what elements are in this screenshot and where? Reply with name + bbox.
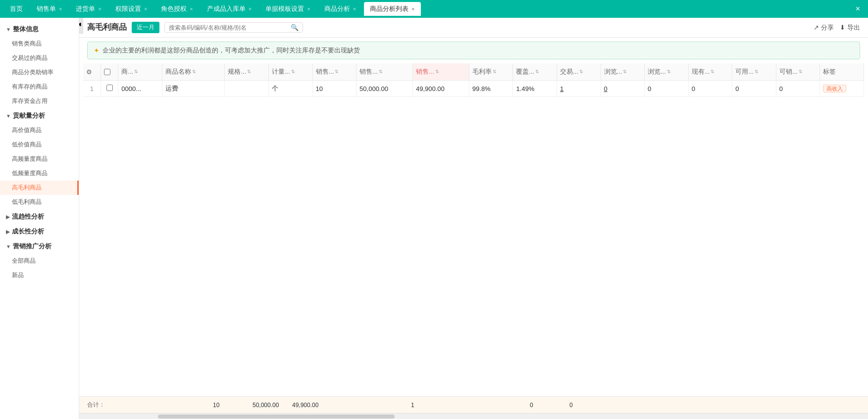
tab-sales-order[interactable]: 销售单 × bbox=[31, 2, 68, 16]
browse1-link[interactable]: 0 bbox=[604, 85, 608, 93]
sort-icon-sales-cost: ⇅ bbox=[435, 69, 439, 74]
col-unit[interactable]: 计量...⇅ bbox=[268, 63, 312, 81]
scrollbar-thumb[interactable] bbox=[158, 415, 395, 419]
col-stock-sale[interactable]: 可销...⇅ bbox=[776, 63, 820, 81]
col-browse2[interactable]: 浏览...⇅ bbox=[645, 63, 689, 81]
footer-stock-actual: 0 bbox=[527, 402, 566, 409]
sidebar-group-marketing-analysis[interactable]: ▼ 营销推广分析 bbox=[0, 239, 79, 254]
close-all-tabs[interactable]: × bbox=[852, 4, 864, 13]
close-tab-sales-order[interactable]: × bbox=[59, 6, 62, 12]
col-sales-qty[interactable]: 销售...⇅ bbox=[312, 63, 357, 81]
col-spec[interactable]: 规格...⇅ bbox=[225, 63, 269, 81]
share-button[interactable]: ↗ 分享 bbox=[814, 23, 834, 32]
tab-product-analysis[interactable]: 商品分析 × bbox=[318, 2, 362, 16]
export-button[interactable]: ⬇ 导出 bbox=[840, 23, 860, 32]
search-icon[interactable]: 🔍 bbox=[291, 24, 299, 31]
close-tab-role-permission[interactable]: × bbox=[190, 6, 193, 12]
cell-stock-sale: 0 bbox=[776, 81, 820, 97]
col-cover-rate[interactable]: 覆盖...⇅ bbox=[513, 63, 557, 81]
col-stock-avail[interactable]: 可用...⇅ bbox=[732, 63, 776, 81]
tab-role-permission[interactable]: 角色授权 × bbox=[155, 2, 199, 16]
tab-template-settings[interactable]: 单据模板设置 × bbox=[259, 2, 316, 16]
sidebar-collapse-button[interactable]: ◀ bbox=[79, 18, 83, 34]
col-trade-count[interactable]: 交易...⇅ bbox=[557, 63, 601, 81]
cell-row-num: 1 bbox=[83, 81, 101, 97]
col-sales-cost[interactable]: 销售...⇅ bbox=[412, 63, 469, 81]
close-tab-purchase-order[interactable]: × bbox=[98, 6, 101, 12]
col-code[interactable]: 商...⇅ bbox=[118, 63, 162, 81]
tab-home[interactable]: 首页 bbox=[4, 2, 29, 16]
sidebar-item-goods-with-stock[interactable]: 有库存的商品 bbox=[0, 80, 79, 94]
filter-month-button[interactable]: 近一月 bbox=[132, 22, 159, 33]
table-header-row: ⚙ 商...⇅ 商品名称⇅ 规格...⇅ bbox=[83, 63, 864, 81]
close-tab-permission-settings[interactable]: × bbox=[144, 6, 147, 12]
cell-stock-avail: 0 bbox=[732, 81, 776, 97]
tab-product-entry[interactable]: 产成品入库单 × bbox=[201, 2, 257, 16]
search-box: 🔍 bbox=[164, 22, 303, 33]
cell-checkbox[interactable] bbox=[101, 81, 118, 97]
tab-product-analysis-list[interactable]: 商品分析列表 × bbox=[364, 2, 420, 16]
col-sales-amount[interactable]: 销售...⇅ bbox=[357, 63, 413, 81]
tab-permission-settings[interactable]: 权限设置 × bbox=[109, 2, 153, 16]
col-tag[interactable]: 标签 bbox=[820, 63, 864, 81]
tab-purchase-order[interactable]: 进货单 × bbox=[70, 2, 107, 16]
top-nav: 首页 销售单 × 进货单 × 权限设置 × 角色授权 × 产成品入库单 × 单据… bbox=[0, 0, 868, 18]
sort-icon-browse2: ⇅ bbox=[667, 69, 671, 74]
footer-sales-cost: 49,900.00 bbox=[289, 402, 329, 409]
cell-unit: 个 bbox=[268, 81, 312, 97]
col-name[interactable]: 商品名称⇅ bbox=[162, 63, 225, 81]
col-gross-rate[interactable]: 毛利率⇅ bbox=[469, 63, 513, 81]
horizontal-scrollbar[interactable] bbox=[79, 413, 868, 419]
product-table: ⚙ 商...⇅ 商品名称⇅ 规格...⇅ bbox=[83, 63, 864, 97]
sidebar-item-sales-goods[interactable]: 销售类商品 bbox=[0, 37, 79, 51]
sidebar-item-traded-goods[interactable]: 交易过的商品 bbox=[0, 51, 79, 65]
sort-icon-spec: ⇅ bbox=[247, 69, 251, 74]
sort-icon-unit: ⇅ bbox=[291, 69, 295, 74]
row-checkbox[interactable] bbox=[106, 85, 113, 91]
cell-sales-qty: 10 bbox=[312, 81, 357, 97]
cell-browse1: 0 bbox=[601, 81, 645, 97]
sidebar-item-category-assist[interactable]: 商品分类助销率 bbox=[0, 65, 79, 80]
header-actions: ↗ 分享 ⬇ 导出 bbox=[814, 23, 860, 32]
col-stock-actual[interactable]: 现有...⇅ bbox=[688, 63, 732, 81]
trade-count-link[interactable]: 1 bbox=[560, 85, 563, 93]
sort-icon-stock-actual: ⇅ bbox=[711, 69, 715, 74]
search-input[interactable] bbox=[169, 24, 289, 31]
sidebar-group-trend-analysis[interactable]: ▶ 流趋性分析 bbox=[0, 209, 79, 224]
col-settings[interactable]: ⚙ bbox=[83, 63, 101, 81]
sidebar-item-new-goods[interactable]: 新品 bbox=[0, 268, 79, 282]
sidebar-item-stock-capital[interactable]: 库存资金占用 bbox=[0, 94, 79, 108]
sidebar-item-high-margin[interactable]: 高毛利商品 bbox=[0, 181, 79, 195]
content-area: ◀ 高毛利商品 近一月 🔍 ↗ 分享 ⬇ 导出 ✦ 企 bbox=[79, 18, 868, 419]
close-tab-product-analysis-list[interactable]: × bbox=[411, 6, 414, 12]
footer-stock-avail: 0 bbox=[566, 402, 606, 409]
sidebar-item-high-freq[interactable]: 高频量度商品 bbox=[0, 152, 79, 166]
col-browse1[interactable]: 浏览...⇅ bbox=[601, 63, 645, 81]
sort-icon-browse1: ⇅ bbox=[623, 69, 627, 74]
export-icon: ⬇ bbox=[840, 24, 845, 31]
chevron-down-icon-2: ▼ bbox=[6, 113, 11, 119]
sidebar-item-low-value[interactable]: 低价值商品 bbox=[0, 138, 79, 152]
sidebar-item-high-value[interactable]: 高价值商品 bbox=[0, 123, 79, 138]
close-tab-template-settings[interactable]: × bbox=[307, 6, 310, 12]
share-icon: ↗ bbox=[814, 24, 819, 31]
close-tab-product-entry[interactable]: × bbox=[249, 6, 252, 12]
footer-totals: 合计： 10 50,000.00 49,900.00 1 0 0 bbox=[79, 396, 868, 413]
info-icon: ✦ bbox=[94, 47, 100, 54]
col-checkbox[interactable] bbox=[101, 63, 118, 81]
sidebar-group-wealth-analysis[interactable]: ▼ 贡献量分析 bbox=[0, 108, 79, 123]
sidebar-group-growth-analysis[interactable]: ▶ 成长性分析 bbox=[0, 224, 79, 239]
cell-sales-amount: 50,000.00 bbox=[357, 81, 413, 97]
sidebar-group-overall-info[interactable]: ▼ 整体信息 bbox=[0, 22, 79, 37]
tag-badge: 高收入 bbox=[823, 85, 846, 93]
sidebar-item-low-margin[interactable]: 低毛利商品 bbox=[0, 195, 79, 209]
cell-gross-rate: 99.8% bbox=[469, 81, 513, 97]
select-all-checkbox[interactable] bbox=[104, 69, 110, 75]
sort-icon-stock-avail: ⇅ bbox=[755, 69, 759, 74]
sidebar-item-all-goods[interactable]: 全部商品 bbox=[0, 254, 79, 268]
table-container[interactable]: ⚙ 商...⇅ 商品名称⇅ 规格...⇅ bbox=[79, 63, 868, 396]
sidebar-item-low-freq[interactable]: 低频量度商品 bbox=[0, 166, 79, 181]
close-tab-product-analysis[interactable]: × bbox=[353, 6, 356, 12]
cell-name: 运费 bbox=[162, 81, 225, 97]
sort-icon-stock-sale: ⇅ bbox=[799, 69, 803, 74]
